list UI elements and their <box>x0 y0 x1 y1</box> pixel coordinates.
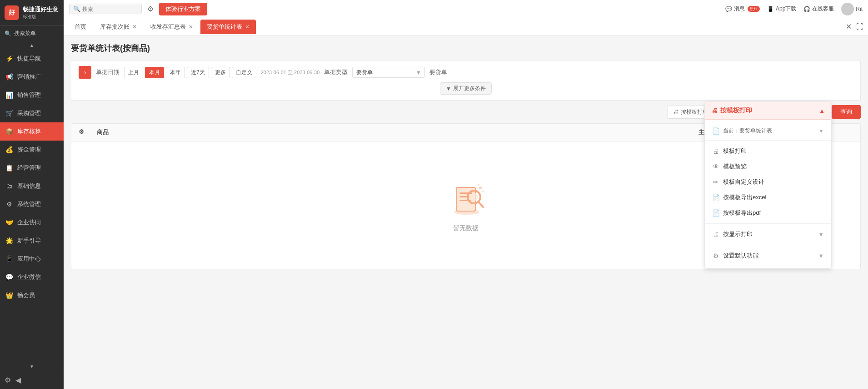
sidebar-item-marketing[interactable]: 📢 营销推广 <box>0 68 64 86</box>
sidebar-item-wechat[interactable]: 💬 企业微信 <box>0 268 64 286</box>
sidebar-item-purchase[interactable]: 🛒 采购管理 <box>0 104 64 122</box>
current-template-section: 📄 当前：要货单统计表 ▼ <box>705 121 831 141</box>
finance-icon: 💰 <box>5 145 14 154</box>
print-dropdown-printer-icon: 🖨 <box>711 107 718 114</box>
sidebar-item-label: 资金管理 <box>17 146 41 154</box>
col-goods: 商品 <box>97 128 698 136</box>
sidebar-item-label: 企业微信 <box>17 273 41 281</box>
window-maximize-icon[interactable]: ⛶ <box>856 23 863 31</box>
set-default-label: 设置默认功能 <box>723 252 758 260</box>
appstore-icon: 📱 <box>5 254 14 263</box>
tab-home-label: 首页 <box>75 23 86 31</box>
messages-label: 消息 <box>734 5 745 13</box>
online-service-label: 在线客服 <box>812 5 834 13</box>
type-select[interactable]: 要货单 <box>352 67 425 78</box>
operations-icon: 📋 <box>5 163 14 172</box>
sidebar-item-quick-nav[interactable]: ⚡ 快捷导航 <box>0 50 64 68</box>
print-icon: 🖨 <box>673 109 679 115</box>
date-btn-7days[interactable]: 近7天 <box>187 67 209 78</box>
tab-home[interactable]: 首页 <box>68 20 93 34</box>
sidebar-search[interactable]: 🔍 搜索菜单 <box>0 26 64 41</box>
dropdown-item-template-custom[interactable]: ✏ 模板自定义设计 <box>705 174 831 190</box>
service-icon: 🎧 <box>803 6 810 12</box>
sidebar-item-sales[interactable]: 📊 销售管理 <box>0 86 64 104</box>
sidebar-item-label: 库存核算 <box>17 127 41 136</box>
svg-line-8 <box>479 202 483 207</box>
sidebar-scroll-down[interactable]: ▼ <box>0 362 64 371</box>
username: Rit <box>856 6 863 12</box>
dropdown-item-template-preview[interactable]: 👁 模板预览 <box>705 159 831 174</box>
date-btn-this-month[interactable]: 本月 <box>145 67 164 78</box>
dropdown-item-export-excel[interactable]: 📄 按模板导出excel <box>705 190 831 205</box>
query-btn[interactable]: 查询 <box>832 105 861 119</box>
tab-receivable-summary-close[interactable]: ✕ <box>189 24 193 30</box>
tab-order-stats[interactable]: 要货单统计表 ✕ <box>200 20 256 34</box>
window-close-icon[interactable]: ✕ <box>846 22 852 31</box>
topbar-search-input[interactable] <box>82 6 137 12</box>
expand-more-btn[interactable]: ▼ 展开更多条件 <box>440 82 492 95</box>
sidebar-item-label: 企业协同 <box>17 218 41 227</box>
filter-collapse-btn[interactable]: › <box>79 66 91 79</box>
topbar-search-box[interactable]: 🔍 <box>69 4 142 14</box>
tab-order-stats-close[interactable]: ✕ <box>245 24 249 30</box>
sidebar-item-label: 系统管理 <box>17 200 41 208</box>
date-btn-more[interactable]: 更多 <box>211 67 230 78</box>
search-label: 搜索菜单 <box>14 30 36 37</box>
sidebar-item-appstore[interactable]: 📱 应用中心 <box>0 250 64 268</box>
sidebar-item-system[interactable]: ⚙ 系统管理 <box>0 195 64 213</box>
date-filter-label: 单据日期 <box>96 68 120 76</box>
inventory-icon: 📦 <box>5 127 14 136</box>
user-area[interactable]: Rit <box>841 3 863 15</box>
sidebar-item-label: 采购管理 <box>17 109 41 117</box>
print-dropdown-close-icon[interactable]: ▲ <box>819 107 825 114</box>
sidebar-item-inventory[interactable]: 📦 库存核算 <box>0 122 64 141</box>
messages-btn[interactable]: 💬 消息 99+ <box>725 5 760 13</box>
online-service-btn[interactable]: 🎧 在线客服 <box>803 5 834 13</box>
system-icon: ⚙ <box>5 200 14 209</box>
dropdown-item-template-print[interactable]: 🖨 模板打印 <box>705 143 831 159</box>
dropdown-item-export-pdf[interactable]: 📄 按模板导出pdf <box>705 205 831 221</box>
col-settings[interactable]: ⚙ <box>79 128 97 136</box>
sidebar-scroll-up[interactable]: ▲ <box>0 41 64 50</box>
date-btn-custom[interactable]: 自定义 <box>232 67 256 78</box>
wechat-icon: 💬 <box>5 273 14 282</box>
display-print-section: 🖨 按显示打印 ▼ <box>705 224 831 245</box>
sidebar-item-label: 应用中心 <box>17 255 41 263</box>
topbar-gear-icon[interactable]: ⚙ <box>147 5 154 13</box>
sidebar-item-enterprise[interactable]: 🤝 企业协同 <box>0 213 64 232</box>
settings-icon[interactable]: ⚙ <box>5 376 11 384</box>
app-download-btn[interactable]: 📱 App下载 <box>767 5 796 13</box>
sidebar-item-newbie[interactable]: 🌟 新手引导 <box>0 232 64 250</box>
print-dropdown-title: 按模板打印 <box>720 106 752 115</box>
template-print-label: 模板打印 <box>723 147 747 155</box>
display-print-icon: 🖨 <box>712 231 719 238</box>
current-template-text: 当前：要货单统计表 <box>723 127 772 135</box>
tab-receivable-summary[interactable]: 收发存汇总表 ✕ <box>144 20 200 34</box>
tab-inventory-batch[interactable]: 库存批次账 ✕ <box>94 20 143 34</box>
svg-point-10 <box>482 191 484 192</box>
export-excel-label: 按模板导出excel <box>723 193 766 202</box>
sidebar-item-label: 经营管理 <box>17 164 41 172</box>
sidebar-item-finance[interactable]: 💰 资金管理 <box>0 141 64 159</box>
date-btn-last-month[interactable]: 上月 <box>124 67 143 78</box>
brand-version: 标准版 <box>23 14 58 20</box>
enterprise-icon: 🤝 <box>5 218 14 227</box>
topbar: 🔍 ⚙ 体验行业方案 💬 消息 99+ 📱 App下载 🎧 在线客服 Rit <box>64 0 868 18</box>
date-btn-this-year[interactable]: 本年 <box>166 67 185 78</box>
dropdown-item-display-print[interactable]: 🖨 按显示打印 ▼ <box>705 227 831 242</box>
collapse-icon[interactable]: ◀ <box>15 376 21 384</box>
app-icon: 📱 <box>767 6 774 12</box>
tab-inventory-batch-close[interactable]: ✕ <box>132 24 137 30</box>
sidebar-item-basic[interactable]: 🗂 基础信息 <box>0 177 64 195</box>
sidebar-item-member[interactable]: 👑 畅会员 <box>0 286 64 304</box>
template-items-section: 🖨 模板打印 👁 模板预览 ✏ 模板自定义设计 📄 按模板导出excel <box>705 141 831 224</box>
collapse-chevron-icon: › <box>84 69 86 76</box>
current-template-arrow-icon: ▼ <box>818 128 824 134</box>
template-custom-icon: ✏ <box>712 178 719 186</box>
sidebar-item-operations[interactable]: 📋 经营管理 <box>0 159 64 177</box>
dropdown-item-set-default[interactable]: ⚙ 设置默认功能 ▼ <box>705 248 831 263</box>
trial-button[interactable]: 体验行业方案 <box>159 3 207 15</box>
svg-point-7 <box>470 193 478 201</box>
export-excel-icon: 📄 <box>712 194 719 201</box>
sidebar-item-label: 新手引导 <box>17 237 41 245</box>
